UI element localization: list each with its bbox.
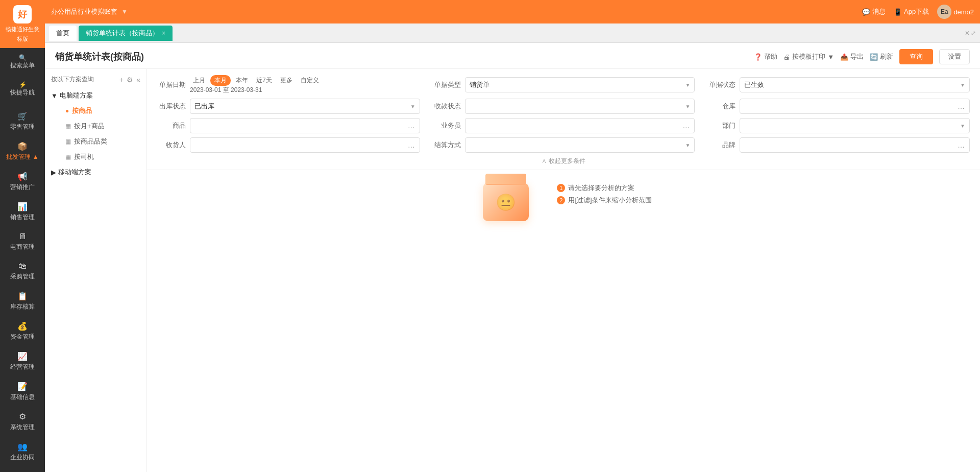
app-logo[interactable]: 好 畅捷通好生意 标版	[0, 0, 45, 48]
filter-goods: 商品 …	[157, 118, 420, 133]
goods-dots: …	[408, 122, 415, 130]
date-tab-7days[interactable]: 近7天	[253, 75, 275, 86]
tab-close-icon[interactable]: ×	[162, 30, 165, 37]
staff-control[interactable]: …	[465, 118, 695, 133]
status-label: 单据状态	[707, 80, 736, 89]
filter-warehouse: 仓库 …	[707, 99, 970, 114]
type-control[interactable]: 销货单 ▼	[465, 77, 695, 92]
empty-state: 😐 1 请先选择要分析的方案 2	[147, 170, 980, 221]
out-value: 已出库	[194, 102, 408, 111]
filter-dept: 部门 ▼	[707, 118, 970, 133]
filter-type: 单据类型 销货单 ▼	[432, 75, 695, 95]
scheme-item-by-month-goods[interactable]: ▦ 按月+商品	[53, 119, 142, 134]
sidebar-item-purchase[interactable]: 🛍 采购管理	[0, 256, 45, 286]
pc-scheme-header[interactable]: ▼ 电脑端方案	[49, 88, 142, 103]
scheme-item-label-month: 按月+商品	[74, 122, 105, 131]
settle-dropdown-icon: ▼	[685, 143, 690, 148]
dept-label: 部门	[707, 121, 736, 130]
scheme-item-by-driver[interactable]: ▦ 按司机	[53, 149, 142, 164]
sidebar-item-retail[interactable]: 🛒 零售管理	[0, 106, 45, 136]
add-scheme-button[interactable]: +	[119, 76, 124, 84]
sidebar-item-sales[interactable]: 📊 销售管理	[0, 197, 45, 227]
receiver-control[interactable]: …	[190, 137, 420, 153]
message-icon: 💬	[862, 8, 870, 16]
filter-row-3: 商品 … 业务员 … 部门	[147, 114, 980, 133]
sidebar-item-marketing[interactable]: 📢 营销推广	[0, 167, 45, 197]
sidebar-item-inventory[interactable]: 📋 库存核算	[0, 286, 45, 316]
scheme-icon-cat: ▦	[65, 138, 71, 145]
status-control[interactable]: 已生效 ▼	[740, 77, 970, 92]
download-icon: 📱	[894, 8, 902, 16]
empty-text: 1 请先选择要分析的方案 2 用[过滤]条件来缩小分析范围	[557, 183, 651, 208]
receiver-dots: …	[408, 141, 415, 149]
scheme-item-label-driver: 按司机	[74, 152, 94, 161]
mobile-scheme-label: 移动端方案	[58, 168, 91, 177]
export-button[interactable]: 📤 导出	[840, 52, 864, 61]
sidebar: 好 畅捷通好生意 标版 🔍搜索菜单 ⚡快捷导航 🛒 零售管理 📦 批发管理 ▲ …	[0, 0, 45, 472]
avatar: Ea	[937, 5, 951, 19]
status-dropdown-icon: ▼	[960, 82, 965, 88]
scheme-item-by-goods[interactable]: ● 按商品	[53, 103, 142, 119]
tab-home[interactable]: 首页	[49, 26, 77, 41]
sidebar-item-basic-info[interactable]: 📝 基础信息	[0, 376, 45, 407]
app-download-button[interactable]: 📱 App下载	[894, 7, 929, 16]
brand-control[interactable]: …	[740, 137, 970, 153]
warehouse-control[interactable]: …	[740, 99, 970, 114]
help-label: 帮助	[764, 52, 777, 61]
filter-status: 单据状态 已生效 ▼	[707, 75, 970, 95]
user-menu[interactable]: Ea demo2	[937, 5, 974, 19]
date-tab-last-month[interactable]: 上月	[190, 75, 208, 86]
query-button[interactable]: 查询	[899, 49, 933, 64]
sidebar-item-wholesale[interactable]: 📦 批发管理 ▲	[0, 136, 45, 167]
date-tab-this-month[interactable]: 本月	[210, 75, 231, 86]
sidebar-item-ecommerce[interactable]: 🖥 电商管理	[0, 227, 45, 256]
close-all-icon[interactable]: ✕	[965, 30, 970, 37]
search-menu-item[interactable]: 🔍搜索菜单	[0, 48, 45, 76]
tabbar: 首页 销货单统计表（按商品） × ✕ ⤢	[45, 23, 980, 43]
left-panel: 按以下方案查询 + ⚙ « ▼ 电脑端方案 ● 按	[45, 69, 147, 472]
scheme-item-label-cat: 按商品品类	[74, 137, 107, 146]
date-tab-this-year[interactable]: 本年	[233, 75, 251, 86]
collect-control[interactable]: ▼	[465, 99, 695, 114]
collapse-bar[interactable]: ∧ 收起更多条件	[147, 153, 980, 170]
date-tab-more[interactable]: 更多	[277, 75, 296, 86]
staff-dots: …	[682, 122, 690, 130]
sidebar-item-enterprise[interactable]: 👥 企业协同	[0, 437, 45, 467]
settle-control[interactable]: ▼	[465, 137, 695, 153]
settle-label: 结算方式	[432, 140, 461, 150]
collapse-panel-button[interactable]: «	[136, 76, 140, 84]
refresh-label: 刷新	[880, 52, 893, 61]
sidebar-item-guide[interactable]: 🎓 新手引导	[0, 467, 45, 472]
restore-icon[interactable]: ⤢	[971, 30, 976, 37]
logo-icon: 好	[13, 5, 32, 23]
sidebar-item-operations[interactable]: 📈 经营管理	[0, 346, 45, 376]
print-button[interactable]: 🖨 按模板打印 ▼	[783, 52, 834, 61]
quick-nav-item[interactable]: ⚡快捷导航	[0, 76, 45, 102]
pc-scheme-items: ● 按商品 ▦ 按月+商品 ▦ 按商品品类 ▦	[49, 103, 142, 164]
dept-control[interactable]: ▼	[740, 118, 970, 133]
help-button[interactable]: ❓ 帮助	[754, 52, 777, 61]
date-tab-custom[interactable]: 自定义	[298, 75, 322, 86]
tab-active-label: 销货单统计表（按商品）	[86, 29, 159, 38]
message-button[interactable]: 💬 消息	[862, 7, 886, 16]
scheme-item-by-category[interactable]: ▦ 按商品品类	[53, 134, 142, 149]
scheme-icon-month: ▦	[65, 123, 71, 130]
logo-subtext: 标版	[17, 35, 28, 43]
goods-control[interactable]: …	[190, 118, 420, 133]
breadcrumb: 办公用品行业模拟账套 ▼	[51, 7, 862, 16]
warehouse-label: 仓库	[707, 102, 736, 111]
username-label: demo2	[953, 8, 974, 16]
mobile-scheme-header[interactable]: ▶ 移动端方案	[49, 164, 142, 180]
collect-dropdown-icon: ▼	[685, 104, 690, 109]
refresh-button[interactable]: 🔄 刷新	[870, 52, 893, 61]
pc-scheme-arrow: ▼	[51, 92, 58, 100]
mobile-scheme-group: ▶ 移动端方案	[45, 164, 146, 180]
empty-illustration: 😐	[475, 170, 536, 221]
sidebar-item-system[interactable]: ⚙ 系统管理	[0, 407, 45, 437]
sidebar-item-finance[interactable]: 💰 资金管理	[0, 316, 45, 346]
settings-button[interactable]: 设置	[939, 49, 970, 64]
out-control[interactable]: 已出库 ▼	[190, 99, 420, 114]
tab-active[interactable]: 销货单统计表（按商品） ×	[79, 26, 173, 41]
settings-scheme-button[interactable]: ⚙	[127, 76, 133, 84]
export-label: 导出	[850, 52, 864, 61]
